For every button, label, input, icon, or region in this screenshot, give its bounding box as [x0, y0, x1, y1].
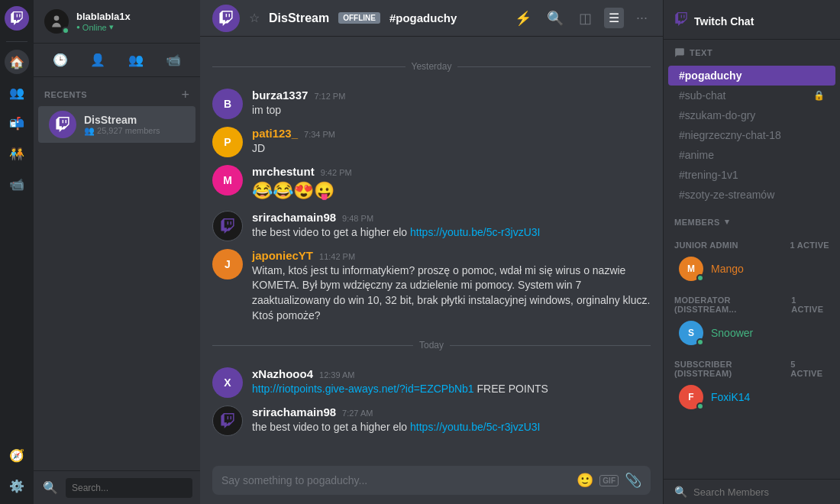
msg-content-0: burza1337 7:12 PM im top: [252, 89, 651, 119]
today-divider: Today: [212, 340, 651, 351]
member-online-dot-mango: [696, 274, 704, 282]
avatar-3: [212, 211, 243, 241]
msg-content-3: srirachamain98 9:48 PM the best video to…: [252, 211, 651, 241]
add-friend-icon[interactable]: 👥: [125, 50, 147, 70]
member-section-sub: SUBSCRIBER (DISSTREAM) 5 Active F FoxiK1…: [664, 352, 840, 416]
twitch-header-icon: [674, 12, 688, 30]
menu-icon[interactable]: ☰: [604, 8, 624, 28]
search-header-icon[interactable]: 🔍: [544, 7, 567, 30]
msg-text-6: the best video to get a higher elo https…: [252, 420, 651, 435]
channel-item-sub-chat[interactable]: #sub-chat 🔒: [668, 86, 835, 105]
favorite-icon[interactable]: ☆: [249, 11, 260, 25]
msg-text-3: the best video to get a higher elo https…: [252, 225, 651, 241]
member-avatar-foxik: F: [679, 385, 703, 409]
user-avatar: [44, 9, 69, 34]
right-sidebar-spacer: [664, 416, 840, 479]
lock-icon: 🔒: [813, 90, 825, 101]
inbox-icon[interactable]: 📬: [5, 111, 29, 135]
channel-item-szoty[interactable]: #szoty-ze-streamów: [668, 185, 835, 205]
member-item-foxik[interactable]: F FoxiK14: [668, 381, 835, 413]
username-label: blablabla1x: [76, 11, 131, 22]
server-members: 👥 25,927 members: [84, 126, 185, 136]
msg-header-0: burza1337 7:12 PM: [252, 89, 651, 102]
msg-content-2: mrchestunt 9:42 PM 😂😂😍😛: [252, 165, 651, 203]
integrations-icon[interactable]: ⚡: [512, 7, 535, 30]
msg-content-4: japoniecYT 11:42 PM Witam, ktoś jest tu …: [252, 249, 651, 323]
role-header-mod: MODERATOR (DISSTREAM... 1 Active: [664, 291, 840, 317]
emoji-icon[interactable]: 🙂: [577, 472, 593, 489]
clock-icon[interactable]: 🕒: [50, 50, 71, 70]
more-icon[interactable]: ···: [633, 7, 651, 29]
msg-username-4: japoniecYT: [252, 249, 313, 262]
add-channel-button[interactable]: +: [181, 88, 189, 102]
yesterday-divider: Yesterday: [212, 61, 651, 72]
channel-item-niegrzeczny[interactable]: #niegrzeczny-chat-18: [668, 125, 835, 145]
people-icon[interactable]: 🧑‍🤝‍🧑: [5, 141, 29, 166]
twitch-logo-icon[interactable]: [5, 6, 29, 31]
member-section-admin: JUNIOR ADMIN 1 Active M Mango: [664, 233, 840, 288]
role-header-admin: JUNIOR ADMIN 1 Active: [664, 236, 840, 253]
chat-header: ☆ DisStream OFFLINE #pogaduchy ⚡ 🔍 ◫ ☰ ·…: [200, 0, 663, 37]
video-ch-icon[interactable]: 📹: [163, 50, 184, 70]
msg-time-1: 7:34 PM: [304, 130, 335, 139]
gif-button[interactable]: GIF: [599, 475, 619, 486]
compass-icon[interactable]: 🧭: [5, 443, 29, 467]
friends-icon[interactable]: 👥: [5, 80, 29, 105]
avatar-6: [212, 405, 243, 436]
member-avatar-snoower: S: [679, 321, 703, 345]
msg-header-2: mrchestunt 9:42 PM: [252, 165, 651, 178]
layers-icon[interactable]: ◫: [576, 7, 595, 30]
chat-input[interactable]: [221, 474, 570, 486]
search-members-bar: 🔍: [664, 479, 840, 504]
server-name: DisStream: [84, 114, 185, 126]
msg-text-5: http://riotpoints.give-aways.net/?id=EZC…: [252, 382, 651, 397]
msg-username-5: xNazhooo4: [252, 367, 313, 380]
video-icon[interactable]: 📹: [5, 172, 29, 196]
left-narrow-sidebar: 🏠 👥 📬 🧑‍🤝‍🧑 📹 🧭 ⚙️: [0, 0, 34, 504]
recents-header: RECENTS +: [34, 77, 200, 106]
msg-link-3[interactable]: https://youtu.be/5c-r3jvzU3I: [410, 226, 540, 238]
message-group-2: M mrchestunt 9:42 PM 😂😂😍😛: [212, 162, 651, 206]
chat-messages: Yesterday B burza1337 7:12 PM im top P p…: [200, 37, 663, 457]
msg-content-6: srirachamain98 7:27 AM the best video to…: [252, 405, 651, 436]
member-item-mango[interactable]: M Mango: [668, 253, 835, 285]
msg-content-1: pati123_ 7:34 PM JD: [252, 127, 651, 157]
channel-item-pogaduchy[interactable]: #pogaduchy: [668, 66, 835, 86]
search-members-input[interactable]: [693, 486, 829, 498]
msg-link-5[interactable]: http://riotpoints.give-aways.net/?id=EZC…: [252, 383, 474, 395]
channel-item-szukam[interactable]: #szukam-do-gry: [668, 105, 835, 125]
sidebar-bottom: 🔍 ⚙: [34, 470, 200, 504]
home-icon[interactable]: 🏠: [5, 50, 29, 74]
message-group-3: srirachamain98 9:48 PM the best video to…: [212, 208, 651, 244]
member-name-foxik: FoxiK14: [711, 391, 750, 403]
msg-username-0: burza1337: [252, 89, 308, 102]
attachment-icon[interactable]: 📎: [625, 472, 641, 489]
msg-username-2: mrchestunt: [252, 165, 315, 178]
msg-header-5: xNazhooo4 12:39 AM: [252, 367, 651, 380]
right-sidebar: Twitch Chat TEXT #pogaduchy #sub-chat 🔒 …: [663, 0, 840, 504]
member-online-dot-foxik: [696, 402, 704, 410]
msg-header-4: japoniecYT 11:42 PM: [252, 249, 651, 262]
twitch-chat-header: Twitch Chat: [664, 0, 840, 40]
avatar-0: B: [212, 89, 243, 119]
sidebar-search-input[interactable]: [66, 478, 192, 498]
msg-time-5: 12:39 AM: [319, 370, 354, 380]
member-item-snoower[interactable]: S Snoower: [668, 317, 835, 349]
msg-link-6[interactable]: https://youtu.be/5c-r3jvzU3I: [410, 421, 540, 433]
sidebar-spacer: [34, 143, 200, 470]
msg-text-4: Witam, ktoś jest tu informatykiem? prosz…: [252, 263, 651, 323]
friends-ch-icon[interactable]: 👤: [87, 50, 108, 70]
search-members-icon: 🔍: [674, 486, 687, 498]
role-header-sub: SUBSCRIBER (DISSTREAM) 5 Active: [664, 355, 840, 381]
members-header[interactable]: MEMBERS ▾: [664, 208, 840, 233]
channel-item-anime[interactable]: #anime: [668, 145, 835, 165]
msg-header-6: srirachamain98 7:27 AM: [252, 405, 651, 418]
message-group-4: J japoniecYT 11:42 PM Witam, ktoś jest t…: [212, 246, 651, 326]
message-group-0: B burza1337 7:12 PM im top: [212, 86, 651, 122]
search-bottom-icon[interactable]: 🔍: [40, 477, 61, 498]
channel-item-trening[interactable]: #trening-1v1: [668, 165, 835, 185]
settings-icon[interactable]: ⚙️: [5, 473, 29, 498]
member-section-mod: MODERATOR (DISSTREAM... 1 Active S Snoow…: [664, 288, 840, 352]
msg-time-4: 11:42 PM: [319, 252, 355, 261]
server-item-disstream[interactable]: DisStream 👥 25,927 members: [38, 106, 195, 143]
